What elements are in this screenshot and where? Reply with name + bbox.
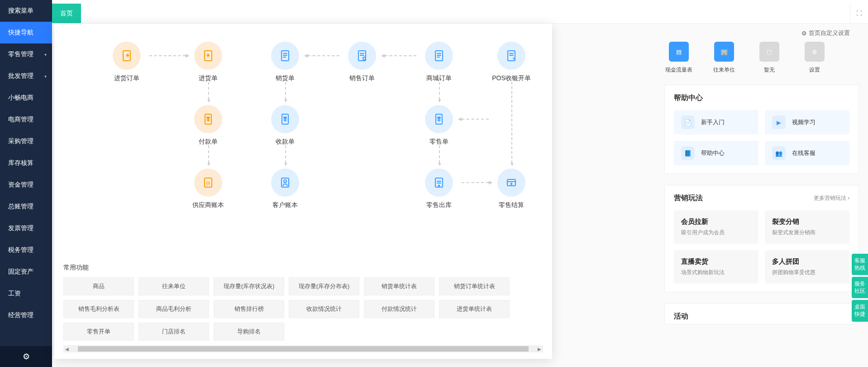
flow-node-7[interactable]: 收款单 bbox=[258, 105, 312, 146]
sidebar-item-5[interactable]: 电商管理 bbox=[0, 109, 52, 130]
common-fn-2[interactable]: 现存量(库存状况表) bbox=[214, 277, 284, 295]
float-btn-2[interactable]: 桌面快捷 bbox=[852, 300, 868, 321]
common-fn-12[interactable]: 零售开单 bbox=[63, 323, 134, 341]
scroll-left-icon[interactable]: ◀ bbox=[63, 347, 71, 352]
sidebar-item-11[interactable]: 税务管理 bbox=[0, 239, 52, 261]
help-item-2[interactable]: 📘帮助中心 bbox=[674, 141, 758, 165]
quick-3[interactable]: ⚙设置 bbox=[800, 42, 829, 74]
mkt-title: 直播卖货 bbox=[681, 257, 751, 266]
sidebar-item-8[interactable]: 资金管理 bbox=[0, 174, 52, 196]
flow-label: 零售单 bbox=[429, 138, 448, 146]
flow-label: 零售出库 bbox=[426, 201, 452, 209]
sidebar-item-7[interactable]: 库存核算 bbox=[0, 152, 52, 174]
help-icon: 📘 bbox=[681, 146, 695, 160]
tab-bar: 首页 ⛶ bbox=[52, 4, 868, 24]
scroll-thumb[interactable] bbox=[78, 346, 529, 352]
settings-gear-icon[interactable]: ⚙ bbox=[0, 346, 52, 367]
common-fn-6[interactable]: 销售毛利分析表 bbox=[63, 300, 134, 318]
flow-node-10[interactable]: 客户账本 bbox=[258, 169, 312, 209]
quick-nav-flyout: 进货订单进货单销货单销售订单商城订单POS收银开单付款单收款单零售单供供应商账本… bbox=[54, 24, 552, 359]
help-icon: 📄 bbox=[681, 116, 695, 129]
flow-node-6[interactable]: 付款单 bbox=[181, 105, 235, 146]
marketing-item-2[interactable]: 直播卖货场景式购物新玩法 bbox=[674, 250, 758, 284]
flow-icon bbox=[348, 42, 376, 70]
common-fn-14[interactable]: 导购排名 bbox=[214, 323, 284, 341]
quick-0[interactable]: ▤现金流量表 bbox=[664, 42, 693, 74]
help-item-3[interactable]: 👥在线客服 bbox=[765, 141, 849, 165]
scroll-right-icon[interactable]: ▶ bbox=[536, 347, 543, 352]
quick-1[interactable]: 🏢往来单位 bbox=[710, 42, 739, 74]
marketing-item-3[interactable]: 多人拼团拼团购物享受优惠 bbox=[765, 250, 849, 284]
sidebar-item-3[interactable]: 批发管理▾ bbox=[0, 65, 52, 87]
common-fn-0[interactable]: 商品 bbox=[63, 277, 134, 295]
sidebar-item-0[interactable]: 搜索菜单 bbox=[0, 0, 52, 22]
flow-node-2[interactable]: 销货单 bbox=[258, 42, 312, 82]
flow-node-8[interactable]: 零售单 bbox=[412, 105, 466, 146]
common-fn-3[interactable]: 现存量(库存分布表) bbox=[289, 277, 359, 295]
help-label: 帮助中心 bbox=[701, 149, 725, 157]
common-fn-13[interactable]: 门店排名 bbox=[138, 323, 209, 341]
help-label: 视频学习 bbox=[792, 118, 816, 126]
common-fn-10[interactable]: 付款情况统计 bbox=[364, 300, 434, 318]
flow-node-11[interactable]: 零售出库 bbox=[412, 169, 466, 209]
horizontal-scrollbar[interactable]: ◀ ▶ bbox=[63, 345, 543, 353]
help-icon: 👥 bbox=[772, 146, 786, 160]
activity-title: 活动 bbox=[674, 312, 688, 321]
sidebar-item-1[interactable]: 快捷导航 bbox=[0, 22, 52, 43]
customize-homepage-link[interactable]: ⚙ 首页自定义设置 bbox=[801, 29, 850, 37]
flow-icon bbox=[271, 169, 299, 197]
marketing-item-1[interactable]: 裂变分销裂变式发展分销商 bbox=[765, 210, 849, 244]
activity-card: 活动 bbox=[664, 303, 859, 324]
quick-2[interactable]: ▢暂无 bbox=[755, 42, 784, 74]
common-fn-4[interactable]: 销货单统计表 bbox=[364, 277, 434, 295]
sidebar-item-12[interactable]: 固定资产 bbox=[0, 261, 52, 283]
flow-label: 销货单 bbox=[276, 74, 295, 82]
common-fn-5[interactable]: 销货订单统计表 bbox=[439, 277, 510, 295]
quick-label: 往来单位 bbox=[713, 66, 735, 74]
help-item-1[interactable]: ▶视频学习 bbox=[765, 110, 849, 135]
customize-label: 首页自定义设置 bbox=[809, 29, 850, 37]
flow-icon: 供 bbox=[194, 169, 222, 197]
flow-node-12[interactable]: 零售结算 bbox=[484, 169, 539, 209]
flow-icon bbox=[497, 169, 525, 197]
tab-home[interactable]: 首页 bbox=[52, 4, 81, 23]
sidebar: 搜索菜单快捷导航零售管理▾批发管理▾小畅电商电商管理采购管理库存核算资金管理总账… bbox=[0, 0, 52, 367]
marketing-title: 营销玩法 bbox=[674, 193, 703, 203]
flow-node-0[interactable]: 进货订单 bbox=[100, 42, 154, 82]
common-fn-8[interactable]: 销售排行榜 bbox=[214, 300, 284, 318]
sidebar-item-2[interactable]: 零售管理▾ bbox=[0, 43, 52, 65]
flow-node-5[interactable]: POS收银开单 bbox=[484, 42, 539, 82]
flow-node-3[interactable]: 销售订单 bbox=[335, 42, 389, 82]
common-functions-grid: 商品往来单位现存量(库存状况表)现存量(库存分布表)销货单统计表销货订单统计表销… bbox=[54, 277, 552, 341]
flow-node-9[interactable]: 供供应商账本 bbox=[181, 169, 235, 209]
flow-label: 供应商账本 bbox=[192, 201, 224, 209]
sidebar-item-14[interactable]: 经营管理 bbox=[0, 304, 52, 326]
flow-label: 进货单 bbox=[199, 74, 218, 82]
svg-point-13 bbox=[284, 180, 286, 183]
flow-label: 销售订单 bbox=[349, 74, 375, 82]
common-fn-7[interactable]: 商品毛利分析 bbox=[138, 300, 209, 318]
mkt-title: 会员拉新 bbox=[681, 217, 751, 226]
fullscreen-icon[interactable]: ⛶ bbox=[850, 4, 868, 23]
common-fn-9[interactable]: 收款情况统计 bbox=[289, 300, 359, 318]
sidebar-item-9[interactable]: 总账管理 bbox=[0, 196, 52, 217]
flow-icon bbox=[425, 169, 453, 197]
common-fn-1[interactable]: 往来单位 bbox=[138, 277, 209, 295]
mkt-title: 裂变分销 bbox=[772, 217, 842, 226]
float-btn-1[interactable]: 服务社区 bbox=[852, 277, 868, 298]
right-column: ⚙ 首页自定义设置 ▤现金流量表🏢往来单位▢暂无⚙设置 帮助中心 📄新手入门▶视… bbox=[664, 31, 859, 324]
help-item-0[interactable]: 📄新手入门 bbox=[674, 110, 758, 135]
float-btn-0[interactable]: 客服热线 bbox=[852, 254, 868, 275]
sidebar-item-4[interactable]: 小畅电商 bbox=[0, 87, 52, 109]
sidebar-item-13[interactable]: 工资 bbox=[0, 283, 52, 304]
mkt-desc: 裂变式发展分销商 bbox=[772, 229, 842, 237]
marketing-item-0[interactable]: 会员拉新吸引用户成为会员 bbox=[674, 210, 758, 244]
sidebar-item-10[interactable]: 发票管理 bbox=[0, 217, 52, 239]
flow-node-1[interactable]: 进货单 bbox=[181, 42, 235, 82]
flow-icon bbox=[113, 42, 141, 70]
quick-actions-row: ▤现金流量表🏢往来单位▢暂无⚙设置 bbox=[664, 42, 859, 74]
flow-node-4[interactable]: 商城订单 bbox=[412, 42, 466, 82]
marketing-more-link[interactable]: 更多营销玩法 › bbox=[814, 194, 849, 202]
sidebar-item-6[interactable]: 采购管理 bbox=[0, 130, 52, 152]
common-fn-11[interactable]: 进货单统计表 bbox=[439, 300, 510, 318]
